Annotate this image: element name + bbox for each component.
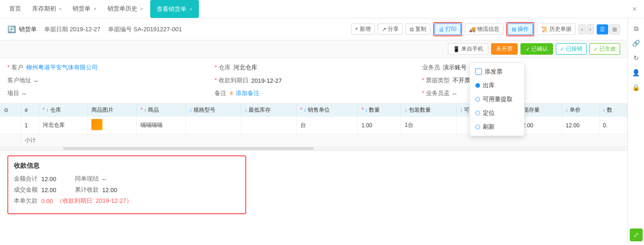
- row-num: 1: [21, 117, 39, 134]
- cumulative-collection-label: 累计收款: [75, 186, 99, 194]
- row-unit-price: 12.00: [562, 117, 599, 134]
- document-actions: + 新增 ↗ 分享 ⧉ 复制 🖨 打印 🚚: [351, 22, 620, 36]
- tab-view-sales[interactable]: 查看销货单 ×: [150, 0, 198, 18]
- settings-icon[interactable]: ⚙: [4, 107, 9, 114]
- history-icon: 📜: [541, 26, 548, 33]
- voided-button[interactable]: ✓ 已核销: [556, 43, 587, 55]
- number-value: SA-20191227-001: [134, 26, 182, 33]
- row-amount: 0.: [599, 117, 627, 134]
- print-button[interactable]: 🖨 打印: [435, 23, 461, 35]
- grid-view-button[interactable]: ⊞: [609, 24, 620, 34]
- col-settings[interactable]: ⚙: [0, 103, 21, 117]
- tab-inventory-close[interactable]: ×: [59, 6, 62, 11]
- due-date-text: （收款到期日: 2019-12-27）: [56, 197, 132, 205]
- truck-icon: 🚚: [469, 26, 476, 33]
- outbound-label: 出库: [483, 81, 495, 90]
- available-pickup-item[interactable]: 可用量提取: [470, 92, 524, 106]
- row-product: 嗝嗝嗝嗝: [136, 117, 186, 134]
- check-circle-icon2: ✓: [593, 46, 598, 52]
- row-min-stock: [241, 117, 296, 134]
- document-title-section: 🔄 销货单: [7, 25, 37, 34]
- document-title: 销货单: [19, 25, 37, 34]
- history-button[interactable]: 📜 历史单据: [537, 23, 576, 35]
- operations-highlight-box: ⊞ 操作: [506, 22, 534, 36]
- col-warehouse: ↕ 仓库: [39, 103, 88, 117]
- warehouse-field: 仓库 河北仓库: [215, 63, 412, 72]
- logistics-button[interactable]: 🚚 物流信息: [465, 23, 503, 35]
- confirm-button[interactable]: ✓ 已确认: [520, 43, 553, 55]
- horizontal-scrollbar[interactable]: [63, 147, 314, 150]
- document-date-section: 单据日期 2019-12-27: [44, 25, 101, 34]
- deal-amount-label: 成交金额: [14, 186, 38, 194]
- position-icon: [475, 111, 480, 115]
- date-value: 2019-12-27: [70, 26, 101, 33]
- effective-button[interactable]: ✓ 已生效: [589, 43, 620, 55]
- payment-date-label: 收款到期日: [215, 76, 249, 85]
- sort-icon: ↕: [46, 108, 49, 113]
- address-field: 客户地址 --: [7, 76, 205, 85]
- payment-row-2: 成交金额 12.00 累计收款 12.00: [14, 186, 240, 194]
- product-image: [91, 119, 102, 130]
- refresh-item[interactable]: 刷新: [470, 120, 524, 134]
- sidebar-lock-icon[interactable]: 🔒: [630, 81, 643, 94]
- customer-label: 客户: [7, 63, 23, 72]
- refresh-label: 刷新: [483, 123, 495, 131]
- col-product-img: 商品图片: [88, 103, 137, 117]
- outbound-item[interactable]: 出库: [470, 79, 524, 92]
- payment-row-1: 金额合计 12.00 同单现结 --: [14, 175, 240, 183]
- cumulative-collection-value: 12.00: [102, 187, 118, 194]
- copy-button[interactable]: ⧉ 复制: [406, 23, 430, 35]
- tab-bar: 首页 库存期初 × 销货单 × 销货单历史 × 查看销货单 × ×: [0, 0, 644, 18]
- col-sales-unit: ↕ 销售单位: [296, 103, 358, 117]
- phone-icon: 📱: [453, 46, 460, 52]
- tab-home[interactable]: 首页: [4, 0, 27, 18]
- new-button[interactable]: + 新增: [351, 23, 375, 35]
- subtotal-empty: [0, 134, 21, 147]
- total-amount-label: 金额合计: [14, 175, 38, 183]
- deal-amount-value: 12.00: [41, 187, 56, 194]
- current-due-label: 本单欠款: [14, 197, 38, 205]
- sidebar-refresh-icon[interactable]: ↻: [630, 51, 643, 64]
- tab-sales-history[interactable]: 销货单历史 ×: [102, 0, 148, 18]
- tab-view-sales-close[interactable]: ×: [189, 6, 192, 12]
- customer-value[interactable]: 柳州粤港平安气体有限公司: [26, 63, 98, 72]
- scrollbar-cell: [0, 147, 627, 150]
- sidebar-link-icon[interactable]: 🔗: [630, 37, 643, 50]
- col-unit-price: ↕ 单价: [562, 103, 599, 117]
- print-highlight-box: 🖨 打印: [433, 22, 462, 36]
- document-header: 🔄 销货单 单据日期 2019-12-27 单据编号 SA-20191227-0…: [0, 18, 627, 40]
- check-icon: ✓: [525, 46, 530, 52]
- add-note-button[interactable]: ⊕ 添加备注: [229, 89, 260, 97]
- add-invoice-item[interactable]: 添发票: [470, 65, 524, 79]
- current-due-field: 本单欠款 0.00 （收款到期日: 2019-12-27）: [14, 197, 132, 205]
- sidebar-expand-icon[interactable]: ⤢: [630, 228, 643, 241]
- from-phone-button[interactable]: 📱 来自手机: [448, 43, 488, 55]
- tab-sales-close[interactable]: ×: [93, 6, 96, 11]
- position-item[interactable]: 定位: [470, 106, 524, 120]
- available-pickup-icon: [475, 97, 480, 102]
- operations-button[interactable]: ⊞ 操作: [508, 23, 533, 35]
- staff-label: 业务员: [422, 63, 440, 72]
- ticket-label: 票据类型: [422, 76, 450, 85]
- address-value: --: [34, 77, 38, 84]
- sort-icon11: ↕: [603, 108, 605, 113]
- sidebar-user-icon[interactable]: 👤: [630, 66, 643, 79]
- list-view-button[interactable]: ☰: [597, 24, 608, 34]
- window-close-button[interactable]: ×: [629, 5, 640, 13]
- tab-sales-history-close[interactable]: ×: [140, 6, 143, 11]
- same-order-settlement-label: 同单现结: [75, 175, 99, 183]
- not-opened-button[interactable]: 未开票: [491, 43, 518, 55]
- tab-sales[interactable]: 销货单 ×: [67, 0, 102, 18]
- sidebar-copy-icon[interactable]: ⧉: [630, 22, 643, 35]
- next-button[interactable]: ›: [587, 24, 594, 34]
- refresh-icon: [475, 125, 480, 129]
- prev-button[interactable]: ‹: [578, 24, 586, 34]
- row-settings: [0, 117, 21, 134]
- sort-icon5: ↕: [304, 108, 306, 113]
- sales-staff-value: --: [452, 90, 457, 97]
- share-button[interactable]: ↗ 分享: [378, 23, 403, 35]
- col-spec: ↕ 规格型号: [186, 103, 241, 117]
- sort-icon2: ↕: [144, 108, 147, 113]
- sort-icon8: ↕: [460, 108, 463, 113]
- tab-inventory[interactable]: 库存期初 ×: [27, 0, 67, 18]
